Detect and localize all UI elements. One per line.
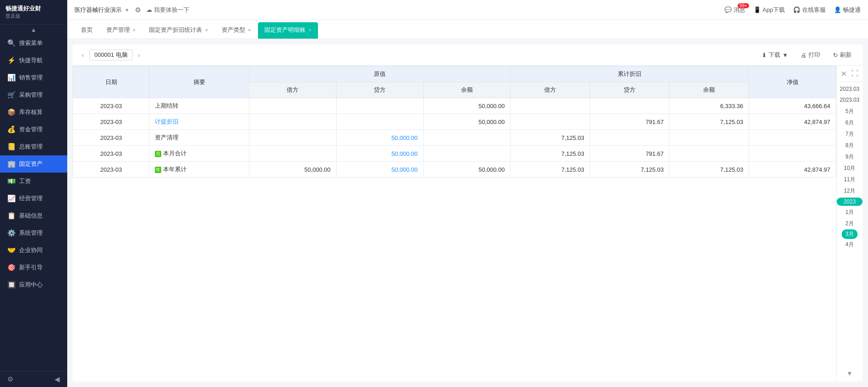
sidebar-menu: 🔍搜索菜单⚡快捷导航📊销售管理🛒采购管理📦库存核算💰资金管理📒总账管理🏢固定资产…: [0, 35, 67, 371]
main-panel: ‹ 000001 电脑 › ⬇ 下载 ▼ 🖨 打印 ↻ 刷新: [73, 45, 863, 382]
timeline-month-2月[interactable]: 2月: [842, 218, 858, 229]
download-chevron: ▼: [782, 52, 788, 59]
collapse-sidebar-icon[interactable]: ◀: [55, 375, 60, 383]
cell-depr-balance: [670, 146, 749, 162]
table-row: 2023-03 年本年累计 50,000.00 50,000.00 50,000…: [73, 162, 836, 178]
cell-date: 2023-03: [73, 162, 149, 178]
timeline-month-3月[interactable]: 3月: [842, 229, 858, 239]
sidebar-item-system[interactable]: ⚙️系统管理: [0, 224, 67, 242]
cell-depr-balance: 6,333.36: [670, 98, 749, 114]
timeline-year-2023[interactable]: 2023: [837, 198, 863, 206]
sidebar-item-fixed-asset[interactable]: 🏢固定资产: [0, 155, 67, 173]
app-download-btn[interactable]: 📱 App下载: [754, 6, 785, 14]
panel-toolbar: ‹ 000001 电脑 › ⬇ 下载 ▼ 🖨 打印 ↻ 刷新: [73, 45, 863, 66]
tab-asset-detail-close[interactable]: ×: [308, 27, 311, 33]
timeline-month-7月[interactable]: 7月: [844, 129, 855, 140]
sidebar-item-label: 企业协同: [19, 246, 43, 254]
sidebar-item-payroll[interactable]: 💵工资: [0, 173, 67, 190]
inventory-icon: 📦: [7, 108, 15, 116]
sidebar-item-label: 搜索菜单: [19, 39, 43, 47]
timeline-month-11月[interactable]: 11月: [844, 174, 855, 185]
sidebar-item-ledger[interactable]: 📒总账管理: [0, 138, 67, 155]
tab-depreciation-stats-close[interactable]: ×: [205, 27, 208, 33]
tab-asset-mgmt-close[interactable]: ×: [133, 27, 135, 33]
sidebar-item-base-info[interactable]: 📋基础信息: [0, 207, 67, 224]
timeline-month-12月[interactable]: 12月: [844, 185, 855, 197]
sidebar-item-finance[interactable]: 💰资金管理: [0, 121, 67, 138]
topbar: 医疗器械行业演示 ▼ ⚙ ☁ 我要体验一下 💬 消息 99+ 📱 App下载 🎧…: [67, 0, 868, 20]
timeline-month-6月[interactable]: 6月: [844, 117, 855, 129]
tab-asset-type[interactable]: 资产类型 ×: [215, 22, 257, 39]
sidebar-item-label: 新手引导: [19, 263, 43, 272]
download-icon: ⬇: [762, 52, 767, 59]
sidebar: 畅捷通好业财 普及版 ▲ 🔍搜索菜单⚡快捷导航📊销售管理🛒采购管理📦库存核算💰资…: [0, 0, 67, 387]
timeline-down-icon[interactable]: ▼: [845, 368, 855, 379]
col-orig-credit: 贷方: [336, 82, 423, 98]
base-info-icon: 📋: [7, 212, 15, 220]
sidebar-item-guide[interactable]: 🎯新手引导: [0, 259, 67, 276]
app-center-icon: 🔲: [7, 281, 15, 289]
experience-btn[interactable]: ☁ 我要体验一下: [146, 6, 189, 14]
tab-asset-mgmt[interactable]: 资产管理 ×: [100, 22, 142, 39]
tab-home[interactable]: 首页: [74, 22, 99, 39]
sidebar-item-quick-nav[interactable]: ⚡快捷导航: [0, 52, 67, 69]
timeline-month-4月[interactable]: 4月: [842, 239, 858, 250]
prev-asset-btn[interactable]: ‹: [80, 50, 86, 60]
next-asset-btn[interactable]: ›: [136, 50, 142, 60]
search-icon: 🔍: [7, 39, 15, 47]
cell-orig-balance: 50,000.00: [423, 162, 511, 178]
experience-icon: ☁: [146, 6, 152, 13]
timeline-month-5月[interactable]: 5月: [844, 106, 855, 117]
tab-asset-type-close[interactable]: ×: [248, 27, 251, 33]
col-date: 日期: [73, 66, 149, 98]
user-icon: 👤: [834, 6, 841, 13]
cell-date: 2023-03: [73, 146, 149, 162]
cell-depr-balance: [670, 130, 749, 146]
app-download-label: App下载: [763, 6, 785, 14]
cell-depr-balance: 7,125.03: [670, 114, 749, 130]
sidebar-item-search[interactable]: 🔍搜索菜单: [0, 35, 67, 52]
sidebar-item-label: 系统管理: [19, 229, 43, 237]
timeline-month-10月[interactable]: 10月: [844, 163, 855, 174]
tab-asset-detail[interactable]: 固定资产明细账 ×: [258, 22, 317, 39]
app-title: 畅捷通好业财: [5, 5, 62, 13]
tab-asset-mgmt-label: 资产管理: [106, 26, 130, 34]
customer-service-btn[interactable]: 🎧 在线客服: [793, 6, 826, 14]
settings-icon[interactable]: ⚙: [7, 375, 13, 383]
cell-orig-debit: [249, 130, 337, 146]
topbar-gear-icon[interactable]: ⚙: [135, 6, 141, 14]
timeline-before-years: 5月6月7月8月9月10月11月12月: [844, 106, 855, 197]
timeline-month-1月[interactable]: 1月: [842, 207, 858, 218]
timeline-month-9月[interactable]: 9月: [844, 151, 855, 163]
close-right-panel-icon[interactable]: ✕: [841, 69, 847, 78]
timeline-month-8月[interactable]: 8月: [844, 140, 855, 151]
refresh-btn[interactable]: ↻ 刷新: [829, 49, 855, 61]
sidebar-item-inventory[interactable]: 📦库存核算: [0, 104, 67, 121]
cell-orig-debit: [249, 146, 337, 162]
tab-asset-detail-label: 固定资产明细账: [264, 26, 306, 34]
guide-icon: 🎯: [7, 263, 15, 272]
ledger-icon: 📒: [7, 143, 15, 151]
sidebar-item-sales[interactable]: 📊销售管理: [0, 69, 67, 86]
download-btn[interactable]: ⬇ 下载 ▼: [758, 49, 792, 61]
messages-btn[interactable]: 💬 消息 99+: [724, 6, 745, 14]
sidebar-item-label: 采购管理: [19, 91, 43, 99]
expand-right-panel-icon[interactable]: ⛶: [851, 69, 858, 78]
col-depr-credit: 贷方: [590, 82, 670, 98]
sidebar-item-collaboration[interactable]: 🤝企业协同: [0, 242, 67, 259]
sidebar-item-operation[interactable]: 📈经营管理: [0, 190, 67, 207]
customer-service-icon: 🎧: [793, 6, 800, 13]
sidebar-logo: 畅捷通好业财 普及版: [0, 0, 67, 25]
cell-desc: 资产清理: [149, 130, 249, 146]
sidebar-item-purchase[interactable]: 🛒采购管理: [0, 86, 67, 104]
print-btn[interactable]: 🖨 打印: [797, 49, 824, 61]
cell-orig-debit: [249, 114, 337, 130]
sidebar-scroll-up[interactable]: ▲: [0, 25, 67, 35]
cell-orig-balance: [423, 130, 511, 146]
refresh-label: 刷新: [840, 51, 852, 59]
company-selector[interactable]: 医疗器械行业演示 ▼: [74, 6, 129, 14]
cell-date: 2023-03: [73, 98, 149, 114]
sidebar-item-app-center[interactable]: 🔲应用中心: [0, 276, 67, 293]
user-btn[interactable]: 👤 畅捷通: [834, 6, 861, 14]
tab-depreciation-stats[interactable]: 固定资产折旧统计表 ×: [143, 22, 214, 39]
